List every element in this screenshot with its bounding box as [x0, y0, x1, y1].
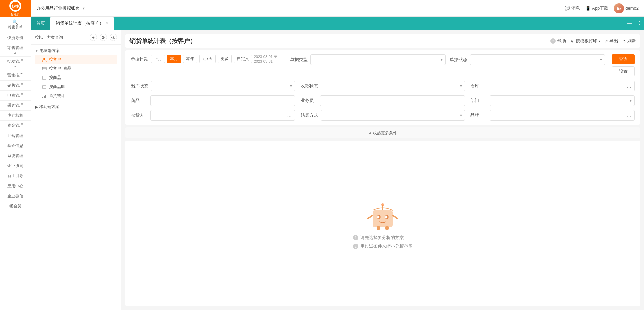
topbar: 办公用品行业模拟账套 ▾ 💬 消息 📱 App下载 Ea demo2 [31, 0, 644, 17]
settlement-filter: 结算方式 ▾ [301, 110, 465, 121]
sidebar-item-changhui[interactable]: 畅会员 [0, 201, 31, 211]
export-btn[interactable]: ↗ 导出 [604, 38, 618, 44]
help-icon: ? [550, 38, 556, 44]
collapse-btn[interactable]: ∧ 收起更多条件 [369, 130, 397, 136]
sidebar-item-yingyong[interactable]: 应用中心 [0, 181, 31, 191]
out-status-label: 出库状态 [131, 83, 148, 89]
sidebar-item-qiyeweixin[interactable]: 企业微信 [0, 191, 31, 201]
date-btn-last-month[interactable]: 上月 [151, 55, 165, 63]
recipient-input[interactable]: … [150, 110, 295, 121]
sidebar-item-jingying[interactable]: 经营管理 [0, 131, 31, 141]
sidebar-item-qiye[interactable]: 企业协同 [0, 161, 31, 171]
scheme-item-by-goods[interactable]: 按商品 [35, 73, 117, 82]
user-profile[interactable]: Ea demo2 [614, 3, 639, 13]
date-btn-this-month[interactable]: 本月 [167, 55, 181, 63]
export-label: 导出 [609, 38, 618, 44]
scheme-item-return-stats[interactable]: 退货统计 [35, 91, 117, 100]
tab-close-icon[interactable]: × [106, 21, 108, 26]
desktop-scheme-header[interactable]: ▼ 电脑端方案 [35, 47, 117, 55]
date-btn-custom[interactable]: 自定义 [234, 55, 252, 63]
tab-home[interactable]: 首页 [31, 17, 50, 30]
topbar-dropdown-icon[interactable]: ▾ [83, 6, 85, 11]
sidebar-item-caigou[interactable]: 采购管理 [0, 101, 31, 111]
svg-rect-11 [373, 210, 393, 227]
scheme-item-customer-label: 按客户 [49, 57, 61, 62]
help-btn[interactable]: ? 帮助 [550, 38, 566, 44]
template-print-btn[interactable]: 🖨 按模板打印 ▾ [570, 38, 600, 44]
search-menu[interactable]: 🔍 搜索菜单 [0, 17, 31, 33]
svg-rect-9 [44, 96, 45, 98]
mobile-scheme-group[interactable]: ▶ 移动端方案 [31, 102, 121, 111]
message-btn[interactable]: 💬 消息 [565, 5, 580, 11]
salesman-label: 业务员 [301, 98, 317, 104]
date-btn-last-7-days[interactable]: 近7天 [199, 55, 216, 63]
sidebar-item-pifa[interactable]: 批发管理▲ [0, 57, 31, 70]
empty-tip-2: 2 用过滤条件来缩小分析范围 [353, 243, 413, 249]
settings-scheme-btn[interactable]: ⚙ [100, 34, 107, 41]
svg-rect-5 [43, 76, 46, 80]
doc-status-dropdown-icon: ▾ [600, 57, 602, 62]
sidebar-item-jichu[interactable]: 基础信息 [0, 141, 31, 151]
minimize-icon[interactable]: — [627, 20, 632, 27]
desktop-scheme-label: 电脑端方案 [40, 48, 60, 54]
doc-status-input[interactable]: ▾ [470, 54, 605, 65]
svg-line-16 [368, 215, 373, 219]
out-status-filter: 出库状态 ▾ [131, 81, 295, 91]
home-tab-label: 首页 [36, 20, 45, 27]
sidebar-item-xitong[interactable]: 系统管理 [0, 151, 31, 161]
settlement-input[interactable]: ▾ [321, 110, 465, 121]
sidebar-item-lingshou[interactable]: 零售管理▲ [0, 43, 31, 57]
scheme-item-customer-goods[interactable]: 按客户+商品 [35, 64, 117, 73]
app-download-btn[interactable]: 📱 App下载 [585, 5, 608, 11]
desktop-scheme-arrow: ▼ [35, 49, 38, 53]
tabbar-actions: — ⛶ [627, 20, 644, 27]
date-btn-this-year[interactable]: 本年 [183, 55, 197, 63]
sidebar-item-dianshang[interactable]: 电商管理 [0, 91, 31, 101]
page-title: 销货单统计表（按客户） [129, 37, 196, 45]
svg-rect-18 [377, 226, 380, 230]
tab-sales-stats[interactable]: 销货单统计表（按客户） × [50, 17, 114, 30]
sidebar-item-zijin[interactable]: 资金管理 [0, 121, 31, 131]
empty-state: 1 请先选择要分析的方案 2 用过滤条件来缩小分析范围 [125, 141, 640, 306]
add-scheme-btn[interactable]: + [90, 34, 97, 41]
brand-input[interactable]: … [490, 110, 635, 121]
recipient-label: 收货人 [131, 112, 148, 118]
avatar: Ea [614, 3, 624, 13]
doc-type-input[interactable]: ▾ [310, 54, 445, 65]
collection-status-input[interactable]: ▾ [321, 81, 465, 91]
maximize-icon[interactable]: ⛶ [635, 20, 640, 27]
brand-label: 品牌 [470, 112, 487, 118]
sidebar-item-kuaijie[interactable]: 快捷导航 [0, 33, 31, 43]
filter-row-2: 出库状态 ▾ 收款状态 ▾ 仓库 [131, 81, 635, 91]
main-area: 办公用品行业模拟账套 ▾ 💬 消息 📱 App下载 Ea demo2 首页 销货… [31, 0, 644, 310]
warehouse-input[interactable]: … [490, 81, 635, 91]
sidebar-item-kucun[interactable]: 库存核算 [0, 111, 31, 121]
right-panel: 销货单统计表（按客户） ? 帮助 🖨 按模板打印 ▾ ↗ 导出 [121, 30, 644, 310]
sidebar-item-yingxiao[interactable]: 营销推广 [0, 70, 31, 81]
out-status-input[interactable]: ▾ [151, 81, 295, 91]
sidebar-item-xiaoshou[interactable]: 销售管理 [0, 81, 31, 91]
app-label: App下载 [592, 5, 608, 11]
refresh-btn[interactable]: ↺ 刷新 [622, 38, 636, 44]
filter-row-4: 收货人 … 结算方式 ▾ 品牌 [131, 110, 635, 121]
doc-type-label: 单据类型 [290, 57, 308, 63]
department-input[interactable]: ▾ [490, 95, 635, 106]
sidebar-item-xinshou[interactable]: 新手引导 [0, 171, 31, 181]
logo-icon: 畅捷 [9, 0, 21, 12]
department-label: 部门 [470, 98, 487, 104]
collapse-panel-btn[interactable]: ≪ [110, 34, 117, 41]
query-btn[interactable]: 查询 [612, 54, 635, 64]
settings-btn[interactable]: 设置 [612, 66, 635, 76]
goods-dots-icon: … [287, 98, 292, 103]
salesman-input[interactable]: … [320, 95, 465, 106]
scheme-item-goods-99[interactable]: 按商品99 [35, 82, 117, 91]
brand-filter: 品牌 … [470, 110, 635, 121]
scheme-item-by-customer[interactable]: 按客户 [35, 55, 117, 64]
scheme-item-customer-goods-label: 按客户+商品 [49, 66, 71, 71]
date-btn-more[interactable]: 更多 [218, 55, 232, 63]
department-dropdown-icon: ▾ [630, 98, 632, 103]
salesman-dots-icon: … [457, 98, 462, 103]
collection-status-dropdown-icon: ▾ [460, 84, 462, 88]
goods-input[interactable]: … [150, 95, 295, 106]
settlement-label: 结算方式 [301, 112, 318, 118]
